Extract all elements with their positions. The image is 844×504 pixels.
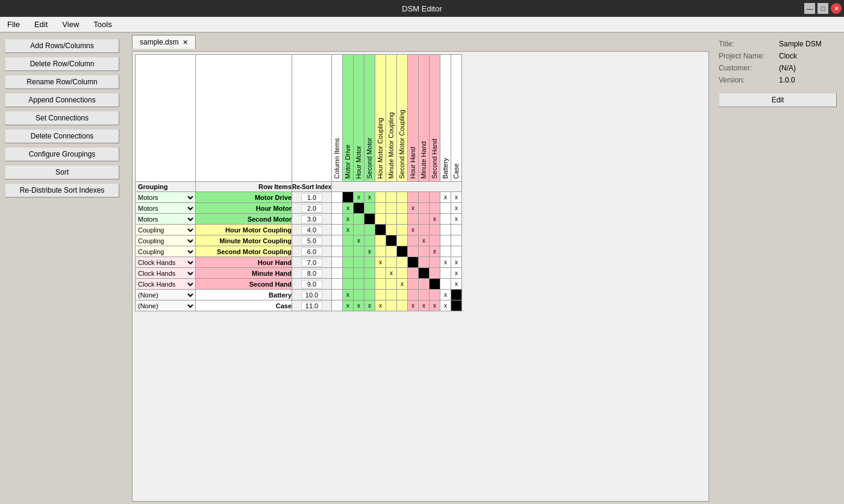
matrix-cell: x — [343, 300, 354, 311]
index-cell-sh[interactable] — [292, 279, 332, 290]
title-value: Sample DSM — [779, 40, 822, 48]
grouping-cell-second-motor-coupling[interactable]: MotorsCouplingClock Hands(None) — [136, 246, 196, 257]
close-button[interactable]: ✕ — [831, 3, 842, 14]
index-input-case[interactable] — [301, 302, 322, 310]
grouping-select-minute-motor-coupling[interactable]: MotorsCouplingClock Hands(None) — [136, 237, 195, 245]
set-connections-button[interactable]: Set Connections — [5, 111, 119, 125]
menu-bar: File Edit View Tools — [0, 17, 844, 33]
grouping-select-hour-motor[interactable]: MotorsCouplingClock Hands(None) — [136, 204, 195, 213]
menu-tools[interactable]: Tools — [91, 19, 114, 30]
index-cell-hh[interactable] — [292, 257, 332, 268]
index-cell-battery[interactable] — [292, 290, 332, 300]
matrix-cell — [375, 268, 386, 279]
index-cell-mh[interactable] — [292, 268, 332, 279]
delete-connections-button[interactable]: Delete Connections — [5, 129, 119, 143]
index-input-mh[interactable] — [301, 269, 322, 278]
maximize-button[interactable]: □ — [817, 3, 828, 14]
grouping-cell-second-hand[interactable]: MotorsCouplingClock Hands(None) — [136, 279, 196, 290]
edit-button[interactable]: Edit — [719, 93, 837, 107]
matrix-cell: x — [430, 246, 440, 257]
index-cell-hour-motor[interactable] — [292, 203, 332, 214]
version-label: Version: — [719, 76, 779, 84]
table-row: MotorsCouplingClock Hands(None) Minute M… — [136, 235, 462, 246]
left-panel: Add Rows/Columns Delete Row/Column Renam… — [0, 33, 130, 504]
grouping-select-second-motor-coupling[interactable]: MotorsCouplingClock Hands(None) — [136, 247, 195, 256]
grouping-select-hour-motor-coupling[interactable]: MotorsCouplingClock Hands(None) — [136, 226, 195, 234]
grouping-cell-second-motor[interactable]: MotorsCouplingClock Hands(None) — [136, 214, 196, 225]
grouping-cell-battery[interactable]: MotorsCouplingClock Hands(None) — [136, 290, 196, 300]
grouping-select-hour-hand[interactable]: MotorsCouplingClock Hands(None) — [136, 258, 195, 267]
matrix-cell: x — [419, 235, 430, 246]
grouping-cell-hour-motor[interactable]: MotorsCouplingClock Hands(None) — [136, 203, 196, 214]
matrix-cell: x — [430, 300, 440, 311]
index-input-second-motor[interactable] — [301, 215, 322, 223]
delete-row-column-button[interactable]: Delete Row/Column — [5, 57, 119, 71]
index-input-sh[interactable] — [301, 280, 322, 288]
tab-close-icon[interactable]: ✕ — [183, 39, 188, 46]
index-input-motor-drive[interactable] — [301, 193, 322, 202]
window-title: DSM Editor — [402, 4, 442, 13]
index-cell-mmc[interactable] — [292, 235, 332, 246]
col-header-minute-motor-coupling: Minute Motor Coupling — [386, 55, 397, 182]
minimize-button[interactable]: — — [804, 3, 815, 14]
index-input-hh[interactable] — [301, 258, 322, 267]
matrix-cell — [343, 246, 354, 257]
menu-view[interactable]: View — [60, 19, 81, 30]
matrix-cell — [408, 290, 419, 300]
sort-button[interactable]: Sort — [5, 165, 119, 179]
matrix-cell — [419, 290, 430, 300]
redistribute-sort-indexes-button[interactable]: Re-Distribute Sort Indexes — [5, 183, 119, 198]
matrix-cell — [430, 290, 440, 300]
grouping-cell-hour-motor-coupling[interactable]: MotorsCouplingClock Hands(None) — [136, 225, 196, 235]
table-row: MotorsCouplingClock Hands(None) Hour Mot… — [136, 225, 462, 235]
grouping-cell-minute-motor-coupling[interactable]: MotorsCouplingClock Hands(None) — [136, 235, 196, 246]
matrix-cell — [332, 257, 343, 268]
grouping-select-second-hand[interactable]: MotorsCouplingClock Hands(None) — [136, 280, 195, 288]
grouping-select-second-motor[interactable]: MotorsCouplingClock Hands(None) — [136, 215, 195, 223]
matrix-cell — [397, 300, 408, 311]
grouping-cell-hour-hand[interactable]: MotorsCouplingClock Hands(None) — [136, 257, 196, 268]
grouping-select-case[interactable]: MotorsCouplingClock Hands(None) — [136, 302, 195, 310]
configure-groupings-button[interactable]: Configure Groupings — [5, 147, 119, 161]
dsm-container[interactable]: Column Items Motor Drive Hour Motor Seco… — [132, 51, 709, 502]
index-input-hmc[interactable] — [301, 226, 322, 234]
tab-sample-dsm[interactable]: sample.dsm ✕ — [132, 35, 196, 49]
matrix-cell — [332, 235, 343, 246]
matrix-cell — [364, 235, 375, 246]
index-cell-smc[interactable] — [292, 246, 332, 257]
header-empty-2 — [196, 55, 292, 182]
index-cell-second-motor[interactable] — [292, 214, 332, 225]
matrix-cell — [419, 246, 430, 257]
index-input-mmc[interactable] — [301, 237, 322, 245]
index-cell-hmc[interactable] — [292, 225, 332, 235]
index-cell-motor-drive[interactable] — [292, 192, 332, 203]
add-rows-columns-button[interactable]: Add Rows/Columns — [5, 39, 119, 53]
index-input-battery[interactable] — [301, 291, 322, 299]
index-input-smc[interactable] — [301, 247, 322, 256]
rename-row-column-button[interactable]: Rename Row/Column — [5, 75, 119, 89]
index-input-hour-motor[interactable] — [301, 204, 322, 213]
matrix-cell — [386, 300, 397, 311]
grouping-select-minute-hand[interactable]: MotorsCouplingClock Hands(None) — [136, 269, 195, 278]
grouping-cell-case[interactable]: MotorsCouplingClock Hands(None) — [136, 300, 196, 311]
menu-file[interactable]: File — [5, 19, 22, 30]
index-cell-case[interactable] — [292, 300, 332, 311]
matrix-cell — [354, 279, 364, 290]
grouping-select-motor-drive[interactable]: MotorsCouplingClock Hands(None) — [136, 193, 195, 202]
item-cell-second-hand: Second Hand — [196, 279, 292, 290]
info-version: Version: 1.0.0 — [719, 76, 837, 84]
grouping-cell-minute-hand[interactable]: MotorsCouplingClock Hands(None) — [136, 268, 196, 279]
matrix-cell — [386, 192, 397, 203]
matrix-cell — [430, 279, 440, 290]
grouping-cell-motor-drive[interactable]: MotorsCouplingClock Hands(None) — [136, 192, 196, 203]
grouping-select-battery[interactable]: MotorsCouplingClock Hands(None) — [136, 291, 195, 299]
append-connections-button[interactable]: Append Connections — [5, 93, 119, 107]
matrix-cell: x — [451, 192, 462, 203]
matrix-cell: x — [419, 300, 430, 311]
matrix-cell — [375, 192, 386, 203]
menu-edit[interactable]: Edit — [32, 19, 50, 30]
matrix-cell — [397, 225, 408, 235]
item-cell-second-motor-coupling: Second Motor Coupling — [196, 246, 292, 257]
item-cell-minute-motor-coupling: Minute Motor Coupling — [196, 235, 292, 246]
matrix-cell — [440, 246, 451, 257]
